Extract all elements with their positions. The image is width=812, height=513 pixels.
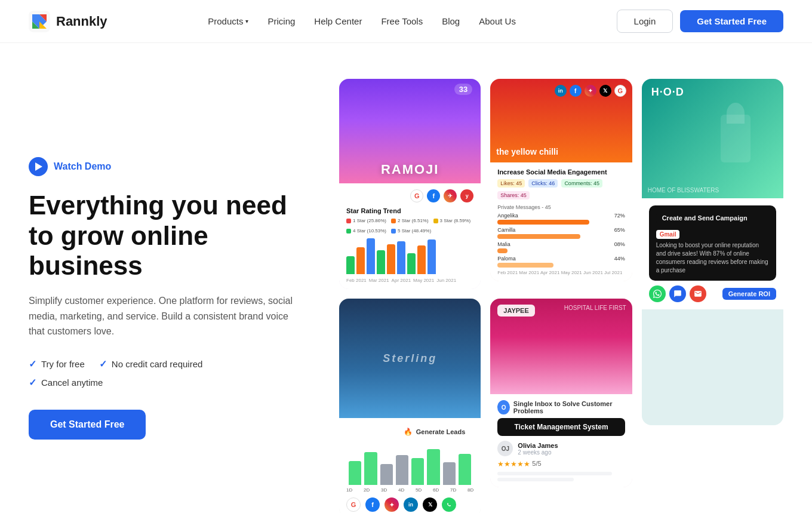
inbox-label: O Single Inbox to Solve Customer Problem… — [497, 400, 625, 414]
campaign-label: Create and Send Campaign — [656, 211, 753, 225]
check-row-1: ✓ Try for free ✓ No credit card required — [29, 358, 303, 370]
nav-links: Products ▾ Pricing Help Center Free Tool… — [208, 16, 516, 26]
olivia-name: Olivia James — [518, 442, 558, 449]
olivia-avatar: OJ — [497, 441, 513, 456]
linkedin-icon: in — [555, 85, 567, 97]
check-icon-1: ✓ — [29, 358, 36, 370]
instagram-icon: ✦ — [585, 85, 596, 97]
nav-about[interactable]: About Us — [479, 16, 516, 26]
campaign-box: Create and Send Campaign Gmail Looking t… — [649, 205, 776, 281]
sterling-bg: Sterling — [339, 299, 481, 418]
whatsapp-icon-2 — [442, 497, 456, 512]
check-cancel: ✓ Cancel anytime — [29, 377, 103, 388]
navbar: Rannkly Products ▾ Pricing Help Center F… — [0, 0, 812, 43]
star-chart — [346, 238, 473, 274]
check-icon-3: ✓ — [29, 377, 36, 388]
yelp-icon: y — [460, 189, 473, 202]
yc-social-icons: in f ✦ 𝕏 G — [555, 85, 626, 97]
hero-left: Watch Demo Everything you need to grow o… — [29, 157, 303, 440]
email-icon — [690, 285, 706, 302]
watch-demo-label: Watch Demo — [54, 161, 111, 172]
x-icon: 𝕏 — [599, 85, 611, 97]
nav-help-center[interactable]: Help Center — [314, 16, 362, 26]
nav-products[interactable]: Products ▾ — [208, 16, 248, 26]
whatsapp-icon — [649, 285, 666, 302]
nav-actions: Login Get Started Free — [617, 10, 783, 33]
svg-marker-1 — [35, 162, 42, 171]
get-started-hero-button[interactable]: Get Started Free — [29, 410, 146, 440]
olivia-james-row: OJ Olivia James 2 weeks ago — [497, 441, 625, 456]
ramoji-bg: 33 RAMOJI — [339, 79, 481, 183]
google-icon: G — [410, 189, 423, 202]
tripadvisor-icon: ✈ — [444, 189, 457, 202]
generate-roi-label: Generate ROI — [722, 288, 776, 300]
linkedin-icon-2: in — [404, 497, 418, 512]
check-icon-2: ✓ — [99, 358, 107, 370]
get-started-nav-button[interactable]: Get Started Free — [680, 10, 783, 32]
hod-brand: H·O·D — [651, 86, 684, 99]
engagement-title: Increase Social Media Engagement — [497, 168, 625, 176]
jaypee-bg: JAYPEE HOSPITAL LIFE FIRST — [490, 299, 632, 394]
hero-cards-grid: 33 RAMOJI G f ✈ y Star Rating Trend 1 St… — [339, 79, 783, 513]
hero-section: Watch Demo Everything you need to grow o… — [0, 43, 812, 513]
facebook-icon-2: f — [570, 85, 582, 97]
ticket-box: Ticket Management System — [497, 418, 625, 436]
check-row-2: ✓ Cancel anytime — [29, 377, 303, 388]
google-icon-3: G — [346, 497, 361, 512]
facebook-icon: f — [427, 189, 440, 202]
logo-text: Rannkly — [56, 14, 107, 29]
nav-blog[interactable]: Blog — [442, 16, 460, 26]
facebook-icon-3: f — [365, 497, 380, 512]
x-icon-2: 𝕏 — [423, 497, 437, 512]
hero-checks: ✓ Try for free ✓ No credit card required… — [29, 358, 303, 388]
generate-leads-label: 🔥 Generate Leads — [395, 424, 474, 440]
star-rating-title: Star Rating Trend — [346, 207, 473, 214]
chat-icon — [669, 285, 686, 302]
inbox-avatar: O — [497, 400, 509, 414]
yc-bg: the yellow chilli in f ✦ 𝕏 G — [490, 79, 632, 162]
olivia-time: 2 weeks ago — [518, 449, 558, 456]
gmail-icon: Gmail — [656, 230, 680, 239]
hero-title: Everything you need to grow online busin… — [29, 191, 303, 281]
card-sterling: Sterling 🔥 Generate Leads — [339, 299, 481, 513]
nav-free-tools[interactable]: Free Tools — [381, 16, 423, 26]
hod-bg: H·O·D HOME OF BLISSWATERS — [642, 79, 783, 198]
logo[interactable]: Rannkly — [29, 11, 107, 32]
campaign-desc: Looking to boost your online reputation … — [656, 241, 769, 275]
instagram-icon-2: ✦ — [385, 497, 399, 512]
login-button[interactable]: Login — [617, 10, 673, 33]
check-try-free: ✓ Try for free — [29, 358, 85, 370]
ramoji-number: 33 — [454, 84, 472, 95]
sterling-chart — [346, 443, 473, 485]
logo-icon — [29, 11, 50, 32]
sterling-social-icons: G f ✦ in 𝕏 — [346, 493, 473, 512]
card-jaypee: JAYPEE HOSPITAL LIFE FIRST O Single Inbo… — [490, 299, 632, 487]
play-icon — [29, 157, 48, 176]
hero-subtitle: Simplify customer experience. One platfo… — [29, 293, 303, 339]
card-hod: H·O·D HOME OF BLISSWATERS Create and Sen… — [642, 79, 783, 425]
card-yellow-chilli: the yellow chilli in f ✦ 𝕏 G Increase So… — [490, 79, 632, 281]
yc-brand: the yellow chilli — [496, 147, 558, 156]
ramoji-brand: RAMOJI — [381, 162, 439, 177]
card-ramoji: 33 RAMOJI G f ✈ y Star Rating Trend 1 St… — [339, 79, 481, 289]
nav-pricing[interactable]: Pricing — [267, 16, 295, 26]
star-legend: 1 Star (25.86%) 2 Star (6.51%) 3 Star (8… — [346, 218, 473, 234]
watch-demo-button[interactable]: Watch Demo — [29, 157, 303, 176]
google-icon-2: G — [614, 85, 626, 97]
check-no-card: ✓ No credit card required — [99, 358, 203, 370]
